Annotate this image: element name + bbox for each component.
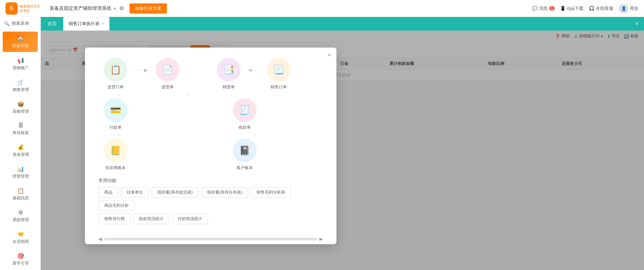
sales-order-label: 销售订单 [271,84,287,90]
sidebar-item-newbie[interactable]: 🎯 新手引导 [0,249,40,270]
system-icon: ⚙ [18,209,23,216]
btn-stock-status[interactable]: 现存量(库存状况表) [152,187,198,198]
sidebar-item-finance[interactable]: 💰 资金管理 [0,140,40,162]
finance-icon: 💰 [17,144,24,150]
purchase-order-icon: 📋 [104,58,127,82]
btn-stock-dist[interactable]: 现存量(库存分布表) [201,187,248,198]
down-arrow-payment: ↓ [118,132,120,137]
sidebar-label-quick-nav: 快捷导航 [12,43,29,49]
purchase-bill-label: 进货单 [161,84,174,90]
btn-sales-profit[interactable]: 销售毛利分析表 [251,187,291,198]
tab-sales-order[interactable]: 销售订单执行表 × [63,17,109,31]
avatar: 👤 [619,4,628,13]
sales-bill-icon: 📑 [217,58,241,82]
arrow-sales: ◀ - - - [248,68,259,80]
page-content: ❓ 帮助 🖨 按模板打印 ▾ ⬆ 导出 🔄 刷新 [41,31,644,270]
message-badge: 6 [549,6,555,11]
dropdown-icon[interactable]: ▾ [114,6,116,11]
main-area: 🔍 搜索菜单 🏠 快捷导航 📢 营销推广 🛒 销售管理 📦 采购管理 🗄 [0,17,644,270]
logo-text-line2: 标准版 [20,8,40,13]
sidebar: 🔍 搜索菜单 🏠 快捷导航 📢 营销推广 🛒 销售管理 📦 采购管理 🗄 [0,17,41,270]
sidebar-item-system[interactable]: ⚙ 系统管理 [0,205,40,227]
sales-icon: 🛒 [17,79,24,86]
sidebar-item-basic-info[interactable]: 📋 基础信息 [0,183,40,205]
receipt-label: 收款单 [239,125,251,130]
arrow-purchase: - - - ▶ [135,67,148,81]
flow-supplier-account: 📒 供应商账本 [99,139,133,171]
btn-payment-stat[interactable]: 付款情况统计 [172,214,208,224]
message-btn[interactable]: 💬 消息 6 [532,5,555,12]
sidebar-label-newbie: 新手引导 [13,260,29,266]
customer-account-icon: 📓 [233,139,257,162]
btn-receipt-stat[interactable]: 收款情况统计 [133,214,169,224]
tab-home[interactable]: 首页 [41,17,63,31]
operations-icon: 📊 [17,166,24,172]
sidebar-item-marketing[interactable]: 📢 营销推广 [0,53,40,75]
payment-label: 付款单 [109,125,122,130]
modal: × 📋 进货订单 - - - ▶ [85,48,336,244]
sidebar-label-basic-info: 基础信息 [13,195,29,201]
enterprise-icon: 🤝 [17,231,24,237]
logo-icon: 6 [5,2,18,15]
btn-sales-rank[interactable]: 销售排行榜 [99,214,130,224]
sidebar-label-system: 系统管理 [13,217,29,223]
scroll-left-arrow[interactable]: ◀ [99,236,102,241]
gear-button[interactable]: ⚙ [119,5,124,12]
sidebar-item-purchase[interactable]: 📦 采购管理 [0,97,40,119]
logo-text: 畅康通好生意 标准版 [20,4,40,13]
sidebar-label-purchase: 采购管理 [13,109,29,114]
purchase-order-label: 进货订单 [107,84,124,90]
common-title: 常用功能 [99,178,323,184]
flow-payment: 💳 付款单 [99,98,133,130]
content-area: 首页 销售订单执行表 × × ❓ 帮助 🖨 [41,17,644,270]
app-download-btn[interactable]: 📱 App下载 [560,5,584,12]
sidebar-label-enterprise: 企业协同 [13,239,29,245]
marketing-icon: 📢 [17,57,24,64]
down-arrow-receipt: ↓ [254,132,256,137]
search-icon: 🔍 [4,21,10,26]
online-service-btn[interactable]: 🎧 在线客服 [589,5,613,12]
sidebar-item-enterprise[interactable]: 🤝 企业协同 [0,227,40,249]
btn-product-profit[interactable]: 商品毛利分析 [99,200,135,211]
flow-section: 📋 进货订单 - - - ▶ 📄 进货单 [85,48,336,178]
supplier-account-label: 供应商账本 [105,165,126,171]
home-icon: 🏠 [17,35,24,41]
scroll-right-arrow[interactable]: ▶ [319,236,323,241]
trial-button[interactable]: 体验行业方案 [129,3,167,14]
tab-close-all[interactable]: × [636,21,639,27]
sidebar-label-marketing: 营销推广 [13,65,29,71]
top-bar: 6 畅康通好生意 标准版 装备及固定资产辅助管理系统 ▾ ⚙ 体验行业方案 💬 … [0,0,644,17]
sidebar-label-operations: 经营管理 [13,174,29,179]
user-menu[interactable]: 👤 用友 [619,4,639,13]
modal-close-button[interactable]: × [327,52,331,59]
sidebar-item-quick-nav[interactable]: 🏠 快捷导航 [3,32,38,52]
basic-info-icon: 📋 [17,187,24,194]
tab-bar: 首页 销售订单执行表 × × [41,17,644,31]
sidebar-item-operations[interactable]: 📊 经营管理 [0,162,40,183]
flow-customer-account: 📓 客户账本 [228,139,262,171]
tab-close-icon[interactable]: × [102,21,104,26]
flow-purchase-order: 📋 进货订单 [99,58,133,90]
down-arrow-purchase: ↓ [118,91,120,97]
sidebar-item-sales[interactable]: 🛒 销售管理 [0,75,40,97]
sidebar-label-inventory: 库存核算 [13,130,29,136]
sidebar-search[interactable]: 🔍 搜索菜单 [0,17,40,30]
inventory-icon: 🗄 [18,123,23,129]
download-icon: 📱 [560,6,565,11]
sidebar-label-finance: 资金管理 [13,152,29,158]
payment-icon: 💳 [104,98,127,122]
sidebar-item-inventory[interactable]: 🗄 库存核算 [0,119,40,140]
btn-product[interactable]: 商品 [99,187,118,198]
scroll-bar: ◀ ▶ [85,234,336,244]
headset-icon: 🎧 [589,6,594,11]
common-buttons-row2: 销售排行榜 收款情况统计 付款情况统计 [99,214,323,224]
btn-partner[interactable]: 往来单位 [121,187,149,198]
sales-order-icon: 📃 [267,58,291,82]
system-title: 装备及固定资产辅助管理系统 ▾ [50,5,116,12]
sidebar-label-sales: 销售管理 [13,87,29,93]
flow-sales-order: 📃 销售订单 [262,58,296,90]
scroll-track[interactable] [104,238,317,240]
common-section: 常用功能 商品 往来单位 现存量(库存状况表) 现存量(库存分布表) 销售毛利分… [85,178,336,234]
supplier-account-icon: 📒 [104,139,127,162]
logo-area: 6 畅康通好生意 标准版 [5,2,46,15]
